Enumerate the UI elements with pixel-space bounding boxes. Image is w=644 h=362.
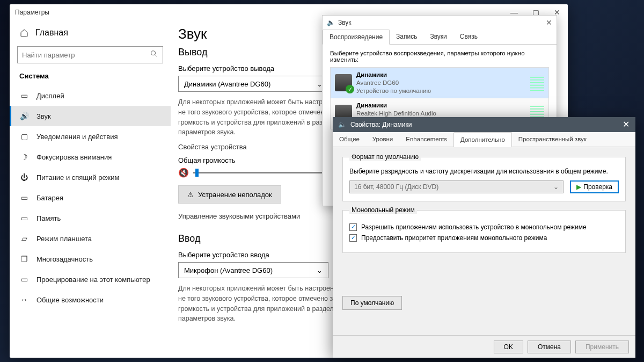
output-device-select[interactable]: Динамики (Avantree DG60) ⌄ xyxy=(178,76,328,92)
tab-Уровни[interactable]: Уровни xyxy=(366,132,399,147)
tab-Дополнительно[interactable]: Дополнительно xyxy=(453,132,512,147)
sidebar-item-power[interactable]: ⏻Питание и спящий режим xyxy=(10,167,171,187)
sidebar-item-label: Батарея xyxy=(36,194,63,202)
search-icon xyxy=(150,49,158,60)
device-name: Динамики xyxy=(356,71,431,79)
troubleshoot-label: Устранение неполадок xyxy=(198,191,272,199)
default-format-group: Формат по умолчанию Выберите разрядность… xyxy=(342,157,626,201)
input-device-select[interactable]: Микрофон (Avantree DG60) ⌄ xyxy=(178,262,328,278)
sidebar-item-display[interactable]: ▭Дисплей xyxy=(10,85,171,106)
device-driver: Realtek High Definition Audio xyxy=(356,110,436,118)
input-device-value: Микрофон (Avantree DG60) xyxy=(184,266,273,274)
chevron-down-icon: ⌄ xyxy=(553,183,559,191)
svg-point-0 xyxy=(151,51,156,55)
speaker-icon: 🔈 xyxy=(327,19,335,26)
sidebar-item-shared[interactable]: ↔Общие возможности xyxy=(10,289,171,310)
test-label: Проверка xyxy=(583,183,612,191)
restore-defaults-button[interactable]: По умолчанию xyxy=(342,296,402,310)
sidebar-item-bell[interactable]: ▢Уведомления и действия xyxy=(10,126,171,147)
properties-title-bar: 🔈 Свойства: Динамики ✕ xyxy=(333,117,635,132)
default-format-label: Формат по умолчанию xyxy=(349,153,421,161)
sidebar-item-label: Дисплей xyxy=(36,92,64,100)
checkbox-label: Предоставить приоритет приложениям моноп… xyxy=(361,234,547,242)
properties-title: Свойства: Динамики xyxy=(350,121,412,128)
sidebar-item-battery[interactable]: ▭Батарея xyxy=(10,187,171,208)
sidebar-item-storage[interactable]: ▭Память xyxy=(10,208,171,228)
tab-Связь[interactable]: Связь xyxy=(453,30,484,44)
exclusive-checkbox-1[interactable]: ✓ Разрешить приложениям использовать уст… xyxy=(349,223,619,231)
default-format-desc: Выберите разрядность и частоту дискретиз… xyxy=(349,167,619,176)
sidebar-item-project[interactable]: ▭Проецирование на этот компьютер xyxy=(10,269,171,289)
project-icon: ▭ xyxy=(19,274,29,284)
sidebar-item-label: Память xyxy=(36,214,61,222)
checkbox-label: Разрешить приложениям использовать устро… xyxy=(361,223,587,231)
checkbox-icon: ✓ xyxy=(349,223,357,231)
shared-icon: ↔ xyxy=(19,295,29,305)
tab-Запись[interactable]: Запись xyxy=(390,30,423,44)
home-label: Главная xyxy=(35,28,68,38)
sidebar-item-moon[interactable]: ☽Фокусировка внимания xyxy=(10,147,171,167)
system-header: Система xyxy=(10,70,171,85)
search-box[interactable] xyxy=(17,46,163,63)
storage-icon: ▭ xyxy=(19,213,29,223)
sound-icon: 🔊 xyxy=(19,111,29,121)
chevron-down-icon: ⌄ xyxy=(317,266,323,274)
settings-left-panel: Главная Система ▭Дисплей🔊Звук▢Уведомлени… xyxy=(10,20,171,358)
close-button[interactable]: ✕ xyxy=(616,117,635,132)
output-device-value: Динамики (Avantree DG60) xyxy=(184,80,270,88)
device-status: Устройство по умолчанию xyxy=(356,87,431,95)
volume-slider[interactable] xyxy=(193,172,322,173)
moon-icon: ☽ xyxy=(19,152,29,162)
exclusive-checkbox-2[interactable]: ✓ Предоставить приоритет приложениям мон… xyxy=(349,234,619,242)
mute-icon[interactable]: 🔇 xyxy=(178,168,189,178)
tablet-icon: ▱ xyxy=(19,234,29,243)
bell-icon: ▢ xyxy=(19,132,29,141)
sidebar-item-sound[interactable]: 🔊Звук xyxy=(10,106,171,126)
sidebar-item-tablet[interactable]: ▱Режим планшета xyxy=(10,228,171,249)
power-icon: ⏻ xyxy=(19,172,29,182)
sidebar-item-label: Фокусировка внимания xyxy=(36,153,112,161)
ok-button[interactable]: OK xyxy=(494,341,523,353)
sound-title: Звук xyxy=(338,19,352,26)
speaker-icon: 🔈 xyxy=(338,121,346,128)
sound-title-bar: 🔈 Звук ✕ xyxy=(323,16,557,30)
checkbox-icon: ✓ xyxy=(349,234,357,242)
exclusive-mode-group: Монопольный режим ✓ Разрешить приложения… xyxy=(342,210,626,253)
test-button[interactable]: Проверка xyxy=(570,180,619,193)
format-value: 16 бит, 48000 Гц (Диск DVD) xyxy=(354,183,438,191)
sound-instruction: Выберите устройство воспроизведения, пар… xyxy=(330,50,549,63)
format-select[interactable]: 16 бит, 48000 Гц (Диск DVD) ⌄ xyxy=(349,180,564,193)
settings-title: Параметры xyxy=(15,9,49,16)
tab-Enhancements[interactable]: Enhancements xyxy=(399,132,453,147)
battery-icon: ▭ xyxy=(19,193,29,202)
sidebar-item-multitask[interactable]: ❐Многозадачность xyxy=(10,249,171,269)
device-icon xyxy=(335,74,352,91)
tab-Воспроизведение[interactable]: Воспроизведение xyxy=(323,30,390,45)
sidebar-item-label: Многозадачность xyxy=(36,255,93,263)
sidebar-item-label: Общие возможности xyxy=(36,296,104,304)
tab-Пространственный звук[interactable]: Пространственный звук xyxy=(512,132,593,147)
sidebar-item-label: Проецирование на этот компьютер xyxy=(36,276,150,284)
apply-button[interactable]: Применить xyxy=(575,341,629,353)
device-row[interactable]: ДинамикиAvantree DG60Устройство по умолч… xyxy=(331,68,548,98)
vu-meter xyxy=(530,75,544,91)
exclusive-mode-label: Монопольный режим xyxy=(349,206,417,214)
home-link[interactable]: Главная xyxy=(10,25,171,41)
multitask-icon: ❐ xyxy=(19,254,29,264)
display-icon: ▭ xyxy=(19,91,29,100)
device-driver: Avantree DG60 xyxy=(356,79,431,87)
warning-icon: ⚠ xyxy=(187,191,194,199)
troubleshoot-button[interactable]: ⚠ Устранение неполадок xyxy=(178,185,281,204)
tab-Общие[interactable]: Общие xyxy=(333,132,366,147)
sidebar-item-label: Звук xyxy=(36,112,51,120)
tab-Звуки[interactable]: Звуки xyxy=(423,30,453,44)
device-name: Динамики xyxy=(356,102,436,110)
properties-window: 🔈 Свойства: Динамики ✕ ОбщиеУровниEnhanc… xyxy=(333,117,635,358)
home-icon xyxy=(19,28,29,38)
sidebar-item-label: Уведомления и действия xyxy=(36,133,118,141)
cancel-button[interactable]: Отмена xyxy=(528,341,571,353)
search-input[interactable] xyxy=(22,51,150,59)
close-button[interactable]: ✕ xyxy=(541,18,557,27)
sidebar-item-label: Питание и спящий режим xyxy=(36,173,119,182)
sidebar-item-label: Режим планшета xyxy=(36,235,92,243)
